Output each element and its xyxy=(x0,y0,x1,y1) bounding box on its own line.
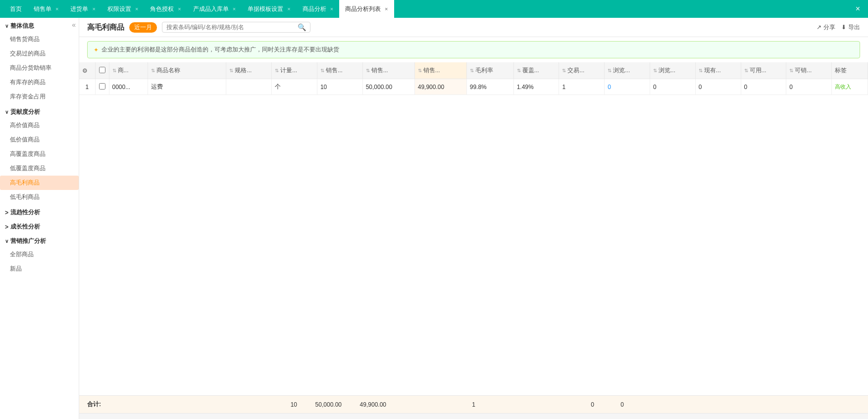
footer-total-row: 合计: 10 50,000.00 49,900.00 1 0 0 xyxy=(79,395,868,413)
nav-close-inbound[interactable]: × xyxy=(233,6,236,12)
nav-template-settings[interactable]: 单据模板设置 × xyxy=(242,0,296,18)
arrow-icon-contribution: ∨ xyxy=(5,109,8,115)
col-transaction[interactable]: ⇅ 交易... xyxy=(559,62,605,79)
sort-icon-sellable-stock: ⇅ xyxy=(789,68,793,73)
nav-permission-settings[interactable]: 权限设置 × xyxy=(102,0,144,18)
search-input[interactable] xyxy=(166,24,298,31)
nav-close-purchase[interactable]: × xyxy=(92,6,95,12)
page-title: 高毛利商品 xyxy=(87,23,124,32)
footer-label: 合计: xyxy=(87,400,127,409)
sidebar-group-contribution[interactable]: ∨ 贡献度分析 xyxy=(0,104,79,118)
footer-sales-amount: 50,000.00 xyxy=(300,401,345,408)
nav-close-template[interactable]: × xyxy=(287,6,290,12)
sort-icon-coverage: ⇅ xyxy=(517,68,521,73)
nav-close-analysis[interactable]: × xyxy=(330,6,333,12)
col-name[interactable]: ⇅ 商品名称 xyxy=(148,62,226,79)
sort-icon-sales-cost: ⇅ xyxy=(418,68,422,73)
nav-close-sales[interactable]: × xyxy=(55,6,58,12)
col-sales-amount[interactable]: ⇅ 销售... xyxy=(362,62,414,79)
nav-home[interactable]: 首页 xyxy=(4,0,28,18)
sidebar-group-marketing[interactable]: ∨ 营销推广分析 xyxy=(0,233,79,247)
header-actions: ↗ 分享 ⬇ 导出 xyxy=(817,23,860,32)
col-coverage[interactable]: ⇅ 覆盖... xyxy=(513,62,559,79)
cell-available-stock: 0 xyxy=(741,79,786,95)
info-banner: ✦ 企业的主要的利润都是这部分商品创造的，可考虑加大推广，同时关注库存是不要出现… xyxy=(87,41,860,58)
sidebar-item-high-coverage[interactable]: 高覆盖度商品 xyxy=(0,147,79,161)
search-icon[interactable]: 🔍 xyxy=(298,23,306,31)
filter-recent-month-button[interactable]: 近一月 xyxy=(129,22,157,33)
col-code[interactable]: ⇅ 商... xyxy=(109,62,148,79)
footer-sellable-stock: 0 xyxy=(597,401,627,408)
sidebar-group-trend[interactable]: > 流趋性分析 xyxy=(0,204,79,219)
cell-browse1[interactable]: 0 xyxy=(605,79,650,95)
content-area: 高毛利商品 近一月 🔍 ↗ 分享 ⬇ 导出 ✦ 企业的主要的利润都是这部分商品创… xyxy=(79,18,868,419)
sidebar-item-sales-goods[interactable]: 销售货商品 xyxy=(0,32,79,47)
nav-purchase-order[interactable]: 进货单 × xyxy=(64,0,101,18)
col-available-stock[interactable]: ⇅ 可用... xyxy=(741,62,786,79)
col-spec[interactable]: ⇅ 规格... xyxy=(226,62,272,79)
cell-gross-margin: 99.8% xyxy=(466,79,513,95)
col-sales-qty[interactable]: ⇅ 销售... xyxy=(317,62,362,79)
table-row: 1 0000... 运费 个 10 50,000.00 49,900.00 99… xyxy=(79,79,868,95)
sidebar-collapse-button[interactable]: « xyxy=(72,21,76,29)
nav-product-inbound[interactable]: 产成品入库单 × xyxy=(187,0,242,18)
col-sellable-stock[interactable]: ⇅ 可销... xyxy=(786,62,832,79)
col-sales-cost[interactable]: ⇅ 销售... xyxy=(414,62,466,79)
export-button[interactable]: ⬇ 导出 xyxy=(841,23,860,32)
select-all-checkbox[interactable] xyxy=(99,67,105,73)
col-gross-margin[interactable]: ⇅ 毛利率 xyxy=(466,62,513,79)
export-icon: ⬇ xyxy=(841,24,846,31)
cell-checkbox[interactable] xyxy=(95,79,109,95)
sidebar-item-low-value[interactable]: 低价值商品 xyxy=(0,133,79,147)
sidebar-item-in-stock-goods[interactable]: 有库存的商品 xyxy=(0,75,79,90)
sidebar-group-growth[interactable]: > 成长性分析 xyxy=(0,219,79,233)
row-checkbox[interactable] xyxy=(99,83,105,90)
sidebar-item-new-goods[interactable]: 新品 xyxy=(0,262,79,276)
nav-product-analysis[interactable]: 商品分析 × xyxy=(297,0,339,18)
data-table-container: ⚙ ⇅ 商... ⇅ xyxy=(79,62,868,395)
cell-sellable-stock: 0 xyxy=(786,79,832,95)
cell-sales-cost: 49,900.00 xyxy=(414,79,466,95)
sort-icon-transaction: ⇅ xyxy=(562,68,566,73)
data-table: ⚙ ⇅ 商... ⇅ xyxy=(79,62,868,95)
arrow-icon-growth: > xyxy=(5,224,8,231)
sidebar-item-all-goods[interactable]: 全部商品 xyxy=(0,247,79,262)
cell-name: 运费 xyxy=(148,79,226,95)
sort-icon-gross-margin: ⇅ xyxy=(470,68,474,73)
nav-close-permission[interactable]: × xyxy=(135,6,138,12)
sidebar-item-low-margin[interactable]: 低毛利商品 xyxy=(0,190,79,204)
col-settings[interactable]: ⚙ xyxy=(79,62,95,79)
horizontal-scrollbar[interactable] xyxy=(79,413,868,419)
sidebar-item-traded-goods[interactable]: 交易过的商品 xyxy=(0,47,79,61)
col-checkbox[interactable] xyxy=(95,62,109,79)
share-icon: ↗ xyxy=(817,24,821,31)
col-browse2[interactable]: ⇅ 浏览... xyxy=(650,62,696,79)
sidebar-group-overall[interactable]: ∨ 整体信息 xyxy=(0,18,79,32)
sidebar-item-high-value[interactable]: 高价值商品 xyxy=(0,118,79,133)
col-browse1[interactable]: ⇅ 浏览... xyxy=(605,62,650,79)
sidebar-item-goods-sales-rate[interactable]: 商品分货助销率 xyxy=(0,61,79,75)
sort-icon-name: ⇅ xyxy=(151,68,155,73)
nav-close-analysis-list[interactable]: × xyxy=(385,6,388,12)
col-unit[interactable]: ⇅ 计量... xyxy=(272,62,317,79)
nav-analysis-list[interactable]: 商品分析列表 × xyxy=(339,0,394,18)
cell-current-stock: 0 xyxy=(695,79,741,95)
footer-available-stock: 0 xyxy=(567,401,597,408)
sort-icon-sales-qty: ⇅ xyxy=(320,68,324,73)
share-button[interactable]: ↗ 分享 xyxy=(817,23,835,32)
main-layout: « ∨ 整体信息 销售货商品 交易过的商品 商品分货助销率 有库存的商品 库存资… xyxy=(0,18,868,419)
window-close-button[interactable]: × xyxy=(852,4,864,13)
sort-icon-sales-amount: ⇅ xyxy=(366,68,370,73)
nav-close-role[interactable]: × xyxy=(178,6,181,12)
sidebar-item-stock-capital[interactable]: 库存资金占用 xyxy=(0,90,79,104)
nav-role-auth[interactable]: 角色授权 × xyxy=(144,0,187,18)
col-current-stock[interactable]: ⇅ 现有... xyxy=(695,62,741,79)
nav-sales-order[interactable]: 销售单 × xyxy=(28,0,64,18)
cell-coverage: 1.49% xyxy=(513,79,559,95)
browse1-link[interactable]: 0 xyxy=(608,84,611,91)
cell-transaction: 1 xyxy=(559,79,605,95)
col-tag[interactable]: 标签 xyxy=(832,62,868,79)
sidebar-item-high-margin[interactable]: 高毛利商品 xyxy=(0,176,79,190)
sidebar-item-low-coverage[interactable]: 低覆盖度商品 xyxy=(0,161,79,176)
top-navigation: 首页 销售单 × 进货单 × 权限设置 × 角色授权 × 产成品入库单 × 单据… xyxy=(0,0,868,18)
